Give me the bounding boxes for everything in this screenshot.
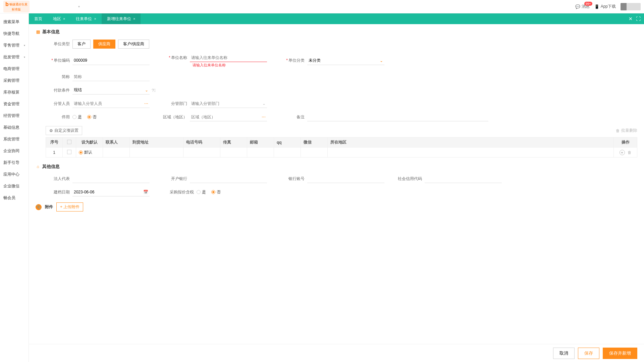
fax-cell[interactable] (220, 147, 247, 158)
credit-code-field: 社会信用代码 (398, 174, 502, 183)
custom-fields-button[interactable]: ⚙ 自定义项设置 (46, 126, 82, 135)
email-cell[interactable] (247, 147, 274, 158)
sidebar-item[interactable]: 电商管理 (0, 63, 29, 75)
pay-terms-select[interactable] (72, 86, 150, 95)
tab[interactable]: 新增往来单位× (102, 13, 141, 24)
tab-actions: ✕ ⛶ (629, 13, 644, 24)
sidebar-item[interactable]: 批发管理▾ (0, 51, 29, 63)
create-date-label: 建档日期 (46, 189, 72, 195)
sidebar-item[interactable]: 企业微信 (0, 180, 29, 192)
checkbox[interactable] (67, 140, 71, 144)
fullscreen-button[interactable]: ⛶ (636, 16, 641, 21)
messages-button[interactable]: 💬 消息 99+ (575, 4, 590, 9)
sidebar-item[interactable]: 系统管理 (0, 133, 29, 145)
tab[interactable]: 地区× (48, 13, 70, 24)
unit-type-option[interactable]: 客户/供应商 (118, 40, 149, 49)
remark-input[interactable] (307, 113, 488, 121)
dept-field: 分管部门 ⌄ (163, 99, 267, 108)
create-date-input[interactable] (72, 188, 150, 196)
unit-type-option[interactable]: 客户 (72, 40, 91, 49)
sidebar-item[interactable]: 经营管理 (0, 110, 29, 122)
cancel-button[interactable]: 取消 (553, 348, 575, 359)
manager-input[interactable] (72, 99, 150, 108)
sidebar-item[interactable]: 企业协同 (0, 145, 29, 157)
chevron-down-icon: ▾ (24, 44, 25, 47)
short-name-label: 简称 (46, 74, 72, 80)
upload-attachment-button[interactable]: + 上传附件 (56, 202, 83, 212)
chevron-down-icon[interactable]: ⌄ (145, 88, 148, 93)
disabled-radio-no[interactable]: 否 (87, 114, 97, 120)
more-icon[interactable]: ⋯ (262, 115, 266, 119)
section-title-text: 其他信息 (42, 164, 60, 170)
tab[interactable]: 首页 (29, 13, 48, 24)
tax-incl-radio-no[interactable]: 否 (211, 189, 221, 195)
sidebar-item[interactable]: 采购管理 (0, 75, 29, 86)
sidebar-item[interactable]: 快捷导航 (0, 28, 29, 40)
save-button[interactable]: 保存 (578, 348, 599, 359)
checkbox[interactable] (67, 150, 71, 154)
table-header: 到货地址 (130, 137, 183, 147)
unit-code-input[interactable] (72, 56, 150, 65)
unit-name-input[interactable] (190, 53, 267, 62)
chevron-down-icon[interactable]: ⌄ (262, 101, 266, 106)
unit-category-select[interactable] (307, 56, 384, 65)
message-icon: 💬 (575, 4, 580, 9)
add-row-button[interactable]: + (620, 150, 625, 155)
attachment-section: 📎 附件 + 上传附件 (36, 202, 637, 212)
bank-acct-field: 银行账号 (280, 174, 384, 183)
more-icon[interactable]: ⋯ (144, 101, 148, 106)
contact-cell[interactable] (103, 147, 130, 158)
chevron-down-icon: ▾ (24, 56, 25, 59)
dept-select[interactable] (190, 99, 267, 108)
sidebar-item[interactable]: 资金管理 (0, 98, 29, 110)
default-radio[interactable]: 默认 (79, 149, 100, 155)
tax-incl-radio-yes[interactable]: 是 (197, 189, 206, 195)
close-icon[interactable]: × (63, 17, 65, 21)
region-input[interactable] (190, 113, 267, 121)
help-icon[interactable]: ?⃝ (152, 88, 156, 93)
close-icon[interactable]: × (133, 17, 135, 21)
bank-input[interactable] (190, 174, 267, 183)
sidebar-item[interactable]: 应用中心 (0, 169, 29, 180)
calendar-icon[interactable]: 📅 (143, 190, 148, 194)
tab-bar: 首页地区×往来单位×新增往来单位× ✕ ⛶ (29, 13, 644, 24)
close-icon[interactable]: × (94, 17, 96, 21)
unit-type-label: 单位类型 (46, 41, 72, 47)
phone-cell[interactable] (183, 147, 220, 158)
sidebar-item[interactable]: 零售管理▾ (0, 40, 29, 51)
chevron-down-icon: ▾ (78, 5, 80, 8)
org-dropdown[interactable]: ▾ (32, 3, 83, 10)
sidebar-item[interactable]: 库存核算 (0, 86, 29, 98)
short-name-input[interactable] (72, 72, 150, 81)
avatar[interactable] (621, 3, 641, 10)
table-row: 1默认+🗑 (46, 147, 637, 158)
app-download-button[interactable]: 📱 App下载 (594, 4, 616, 9)
qq-cell[interactable] (274, 147, 301, 158)
credit-code-input[interactable] (425, 174, 502, 183)
save-and-new-button[interactable]: 保存并新增 (603, 348, 637, 359)
credit-code-label: 社会信用代码 (398, 176, 425, 182)
unit-type-option[interactable]: 供应商 (93, 40, 115, 49)
close-all-tabs-button[interactable]: ✕ (629, 16, 633, 21)
tab[interactable]: 往来单位× (70, 13, 101, 24)
sidebar-item[interactable]: 搜索菜单 (0, 16, 29, 28)
disabled-radio-yes[interactable]: 是 (72, 114, 82, 120)
wechat-cell[interactable] (301, 147, 328, 158)
gear-icon: ⚙ (49, 128, 53, 133)
address-cell[interactable] (130, 147, 183, 158)
bank-acct-input[interactable] (307, 174, 384, 183)
sidebar-item[interactable]: 畅会员 (0, 192, 29, 204)
delete-row-button[interactable]: 🗑 (628, 150, 632, 155)
logo-subtitle: 标准版 (12, 7, 21, 12)
sidebar-item[interactable]: 新手引导 (0, 157, 29, 169)
disabled-field: 停用 是 否 (46, 113, 150, 121)
basic-info-section: ▤ 基本信息 单位类型 客户供应商客户/供应商 *单位编码 (36, 29, 637, 158)
topbar-left: b 畅捷通好生意 标准版 ▾ (3, 1, 83, 12)
disabled-label: 停用 (46, 114, 72, 120)
sidebar-item[interactable]: 基础信息 (0, 122, 29, 133)
chevron-down-icon[interactable]: ⌄ (380, 58, 383, 63)
top-header: b 畅捷通好生意 标准版 ▾ 💬 消息 99+ 📱 App下载 (0, 0, 644, 13)
region-cell[interactable] (328, 147, 614, 158)
batch-delete-link[interactable]: 🗑 批量删除 (616, 128, 637, 133)
legal-rep-input[interactable] (72, 174, 150, 183)
